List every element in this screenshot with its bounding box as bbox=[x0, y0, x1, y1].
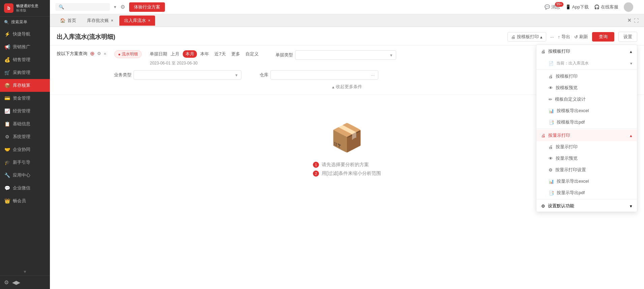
warehouse-select[interactable]: ··· bbox=[270, 70, 378, 80]
sidebar: b 畅捷通好生意 标准版 🔍 搜索菜单 ⚡ 快捷导航 📢 营销推广 💰 销售管理… bbox=[0, 0, 50, 289]
date-last-month[interactable]: 上月 bbox=[169, 50, 181, 58]
header-search-input[interactable] bbox=[66, 5, 107, 9]
add-filter-icon[interactable]: ⊕ bbox=[90, 50, 94, 57]
display-print-section-header[interactable]: 🖨 按显示打印 ▴ bbox=[536, 130, 637, 141]
export-icon: ↑ bbox=[558, 34, 560, 40]
sidebar-item-collab[interactable]: 🤝 企业协同 bbox=[0, 143, 50, 156]
dropdown-printer-icon: 🖨 bbox=[541, 49, 546, 54]
printer-icon: 🖨 bbox=[511, 34, 516, 40]
close-panel-button[interactable]: × bbox=[627, 17, 631, 24]
display-preview-item[interactable]: 👁 按显示预览 bbox=[536, 153, 637, 164]
display-section-label: 按显示打印 bbox=[548, 132, 570, 138]
date-this-month[interactable]: 本月 bbox=[183, 50, 197, 58]
template-pdf-item[interactable]: 📑 按模板导出pdf bbox=[536, 116, 637, 128]
header-gear-icon[interactable]: ⚙ bbox=[120, 4, 125, 10]
page-actions: 🖨 按模板打印 ▴ ··· ↑ 导出 ↺ 刷新 查询 设置 bbox=[507, 32, 637, 42]
collapse-filter-icon[interactable]: « bbox=[104, 51, 106, 56]
template-preview-item[interactable]: 👁 按模板预览 bbox=[536, 82, 637, 94]
template-excel-item[interactable]: 📊 按模板导出excel bbox=[536, 105, 637, 116]
sidebar-item-inventory[interactable]: 📦 库存核算 bbox=[0, 79, 50, 92]
export-button[interactable]: ↑ 导出 bbox=[558, 34, 570, 40]
filter-tag-label: 流水明细 bbox=[122, 51, 138, 57]
tab-flow-water[interactable]: 出入库流水 × bbox=[119, 16, 155, 26]
ellipsis-icon: ··· bbox=[550, 34, 554, 40]
sidebar-item-label: 库存核算 bbox=[13, 82, 30, 88]
user-avatar[interactable] bbox=[624, 2, 633, 12]
sales-icon: 💰 bbox=[4, 57, 10, 62]
dropdown-current-template[interactable]: 📄 当前：出入库流水 ▾ bbox=[536, 58, 637, 69]
sidebar-item-system[interactable]: ⚙ 系统管理 bbox=[0, 130, 50, 143]
tab-batch-close-icon[interactable]: × bbox=[111, 18, 113, 23]
settings-button[interactable]: 设置 bbox=[618, 32, 637, 42]
template-design-item[interactable]: ✏ 模板自定义设计 bbox=[536, 94, 637, 105]
app-download-button[interactable]: 📱 App下载 bbox=[565, 4, 589, 10]
industry-solution-button[interactable]: 体验行业方案 bbox=[129, 2, 165, 12]
tab-flow-close-icon[interactable]: × bbox=[148, 18, 150, 23]
content-area: 出入库流水(流水明细) 🖨 按模板打印 ▴ ··· ↑ 导出 ↺ 刷新 bbox=[50, 27, 644, 289]
search-menu[interactable]: 🔍 搜索菜单 bbox=[0, 17, 50, 28]
date-custom[interactable]: 自定义 bbox=[243, 50, 261, 58]
tab-home[interactable]: 🏠 首页 bbox=[55, 16, 81, 26]
filter-tag[interactable]: ● 流水明细 bbox=[114, 50, 142, 58]
headset-icon: 🎧 bbox=[594, 4, 599, 9]
header-search-icon: 🔍 bbox=[59, 4, 64, 9]
date-filter-group: 上月 本月 本年 近7天 更多 自定义 bbox=[169, 50, 260, 58]
business-type-select[interactable]: ▾ bbox=[134, 70, 241, 80]
display-pdf-item[interactable]: 📑 按显示导出pdf bbox=[536, 187, 637, 199]
more-options-button[interactable]: ··· bbox=[550, 34, 554, 40]
sidebar-item-vip[interactable]: 👑 畅会员 bbox=[0, 194, 50, 207]
dropdown-chevron-up-icon: ▴ bbox=[630, 49, 632, 54]
voucher-dropdown-icon: ▾ bbox=[390, 53, 392, 58]
item-preview-icon: 👁 bbox=[549, 85, 553, 90]
sidebar-item-label: 新手引导 bbox=[13, 159, 30, 165]
sidebar-item-guide[interactable]: 🎓 新手引导 bbox=[0, 156, 50, 169]
sidebar-footer: ⚙ ◀▶ bbox=[0, 275, 50, 289]
collapse-sidebar-icon[interactable]: ◀▶ bbox=[12, 279, 20, 286]
date-label: 单据日期 bbox=[150, 51, 167, 57]
filter-settings-icon[interactable]: ⚙ bbox=[97, 51, 101, 56]
message-button[interactable]: 💬 消息 99+ bbox=[545, 4, 560, 10]
print-template-button[interactable]: 🖨 按模板打印 ▴ bbox=[507, 32, 546, 42]
tab-batch-label: 库存批次账 bbox=[87, 18, 109, 24]
date-more[interactable]: 更多 bbox=[229, 50, 242, 58]
sidebar-item-sales[interactable]: 💰 销售管理 bbox=[0, 53, 50, 66]
guide-icon: 🎓 bbox=[4, 160, 10, 165]
settings-footer-icon[interactable]: ⚙ bbox=[4, 279, 9, 286]
display-settings-item[interactable]: ⚙ 按显示打印设置 bbox=[536, 164, 637, 176]
query-button[interactable]: 查询 bbox=[592, 32, 614, 42]
sidebar-item-wechat[interactable]: 💬 企业微信 bbox=[0, 182, 50, 194]
default-section-header[interactable]: ⚙ 设置默认功能 ▾ bbox=[536, 200, 637, 212]
item-printer-icon: 🖨 bbox=[549, 74, 553, 79]
sidebar-item-label: 系统管理 bbox=[13, 134, 30, 140]
header-search-box[interactable]: 🔍 bbox=[55, 3, 110, 11]
marketing-icon: 📢 bbox=[4, 44, 10, 50]
display-settings-icon: ⚙ bbox=[549, 167, 553, 173]
sidebar-item-label: 采购管理 bbox=[13, 70, 30, 76]
expand-panel-button[interactable]: ⛶ bbox=[634, 18, 639, 23]
sidebar-item-operations[interactable]: 📈 经营管理 bbox=[0, 105, 50, 117]
header-dropdown-icon[interactable]: ▾ bbox=[114, 4, 116, 9]
sidebar-item-basic[interactable]: 📋 基础信息 bbox=[0, 117, 50, 130]
date-this-year[interactable]: 本年 bbox=[198, 50, 211, 58]
dropdown-title: 按模板打印 bbox=[548, 48, 570, 54]
display-excel-item[interactable]: 📊 按显示导出excel bbox=[536, 176, 637, 187]
tab-batch-account[interactable]: 库存批次账 × bbox=[82, 16, 118, 26]
sidebar-item-marketing[interactable]: 📢 营销推广 bbox=[0, 41, 50, 53]
sidebar-item-apps[interactable]: 🔧 应用中心 bbox=[0, 169, 50, 182]
date-7-days[interactable]: 近7天 bbox=[212, 50, 228, 58]
display-print-item[interactable]: 🖨 按显示打印 bbox=[536, 141, 637, 153]
sidebar-item-finance[interactable]: 💳 资金管理 bbox=[0, 92, 50, 105]
operations-icon: 📈 bbox=[4, 108, 10, 114]
online-service-button[interactable]: 🎧 在线客服 bbox=[594, 4, 618, 10]
sidebar-item-quick[interactable]: ⚡ 快捷导航 bbox=[0, 28, 50, 41]
sidebar-item-label: 企业微信 bbox=[13, 185, 30, 191]
refresh-button[interactable]: ↺ 刷新 bbox=[574, 34, 588, 40]
display-item-label: 按显示导出excel bbox=[557, 178, 589, 184]
sidebar-item-purchase[interactable]: 🛒 采购管理 bbox=[0, 66, 50, 79]
item-label: 按模板预览 bbox=[556, 85, 578, 91]
template-print-item[interactable]: 🖨 按模板打印 bbox=[536, 71, 637, 82]
main-area: 🔍 ▾ ⚙ 体验行业方案 💬 消息 99+ 📱 App下载 🎧 在线客服 bbox=[50, 0, 644, 289]
voucher-type-select[interactable]: ▾ bbox=[295, 50, 396, 60]
current-template-icon: 📄 bbox=[549, 61, 554, 66]
collapse-up-icon: ▴ bbox=[332, 84, 334, 89]
